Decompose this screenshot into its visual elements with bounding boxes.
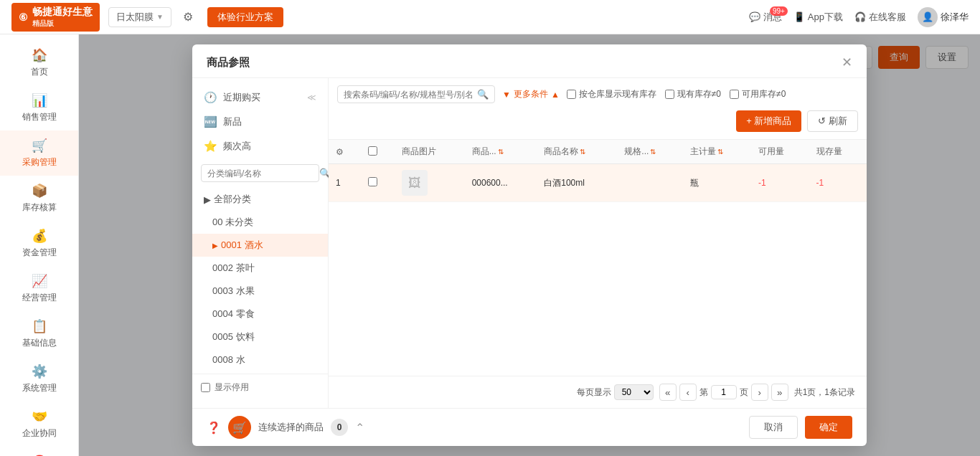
sidebar-item-guide[interactable]: 🎯 新手引导 (0, 447, 78, 456)
product-search-icon[interactable]: 🔍 (477, 89, 489, 100)
service-label: 在线客服 (869, 11, 906, 24)
page-suffix: 页 (740, 386, 748, 399)
help-icon[interactable]: ❓ (207, 421, 221, 434)
left-panel: 🕐 近期购买 ≪ 🆕 新品 ⭐ 频次高 (192, 78, 329, 408)
category-uncategorized[interactable]: 00 未分类 (192, 211, 328, 234)
sidebar-label-inventory: 库存核算 (22, 201, 57, 214)
checkbox-available[interactable]: 可用库存≠0 (730, 88, 786, 100)
select-all-checkbox[interactable] (368, 146, 377, 156)
category-fruit[interactable]: 0003 水果 (192, 280, 328, 303)
checkbox-available-label: 可用库存≠0 (742, 88, 786, 100)
td-unit: 瓶 (683, 164, 751, 202)
checkbox-warehouse-input[interactable] (567, 90, 576, 99)
first-page-button[interactable]: « (659, 384, 677, 401)
category-water[interactable]: 0008 水 (192, 348, 328, 371)
close-icon[interactable]: ✕ (842, 54, 852, 70)
category-tea[interactable]: 0002 茶叶 (192, 257, 328, 280)
show-disabled-checkbox[interactable] (201, 383, 210, 392)
collapse-arrow-icon[interactable]: ⌃ (355, 421, 364, 434)
checkbox-existing-input[interactable] (665, 90, 674, 99)
confirm-button[interactable]: 确定 (805, 416, 852, 439)
user-menu[interactable]: 👤 徐泽华 (918, 7, 969, 27)
add-product-button[interactable]: + 新增商品 (736, 110, 801, 132)
next-page-button[interactable]: › (751, 384, 768, 401)
messages-button[interactable]: 💬 消息 99+ (749, 11, 782, 24)
category-liquor-label: 0001 酒水 (221, 239, 263, 252)
cart-count: 0 (331, 419, 348, 436)
sidebar-item-business[interactable]: 📈 经营管理 (0, 266, 78, 311)
td-name: 白酒100ml (537, 164, 617, 202)
category-liquor[interactable]: ▶ 0001 酒水 (192, 234, 328, 257)
brand-selector[interactable]: 日太阳膜 ▼ (108, 7, 171, 27)
last-page-button[interactable]: » (771, 384, 788, 401)
customer-service-button[interactable]: 🎧 在线客服 (854, 11, 906, 24)
table-row[interactable]: 1 🖼 000600... 白酒100ml 瓶 (329, 164, 867, 202)
category-search[interactable]: 🔍 (201, 164, 319, 182)
collapse-icon[interactable]: ≪ (307, 92, 316, 103)
sidebar-item-inventory[interactable]: 📦 库存核算 (0, 176, 78, 221)
dialog-footer: ❓ 🛒 连续选择的商品 0 ⌃ 取消 确定 (192, 408, 867, 446)
category-all-label: 全部分类 (214, 193, 251, 206)
gear-icon[interactable]: ⚙ (183, 10, 193, 24)
sidebar-label-finance: 资金管理 (22, 247, 57, 259)
sidebar-item-basic[interactable]: 📋 基础信息 (0, 311, 78, 356)
frequent-label: 频次高 (223, 140, 251, 153)
cart-button[interactable]: 🛒 (228, 416, 251, 439)
product-search-box[interactable]: 🔍 (337, 85, 495, 103)
phone-icon: 📱 (793, 11, 805, 22)
cancel-button[interactable]: 取消 (749, 416, 798, 439)
business-icon: 📈 (32, 273, 47, 289)
active-arrow-icon: ▶ (212, 242, 218, 250)
app-download-button[interactable]: 📱 App下载 (793, 11, 843, 24)
category-drink[interactable]: 0005 饮料 (192, 326, 328, 348)
total-records: 共1页，1条记录 (794, 386, 855, 399)
message-badge: 99+ (770, 6, 788, 16)
col-checkbox (361, 140, 395, 164)
trial-button[interactable]: 体验行业方案 (207, 7, 283, 27)
col-unit: 主计量⇅ (683, 140, 751, 164)
col-settings[interactable]: ⚙ (329, 140, 361, 164)
checkbox-warehouse[interactable]: 按仓库显示现有库存 (567, 88, 656, 100)
product-search-input[interactable] (344, 90, 473, 100)
checkbox-existing-label: 现有库存≠0 (677, 88, 721, 100)
toolbar: 🔍 ▼ 更多条件 ▲ 按仓库显示现有库存 (329, 78, 867, 140)
pagination: 每页显示 50 100 200 « ‹ 第 (329, 376, 867, 408)
page-size-selector: 每页显示 50 100 200 (577, 384, 654, 400)
page-number-input[interactable] (711, 385, 737, 399)
sidebar-item-collab[interactable]: 🤝 企业协同 (0, 402, 78, 447)
sidebar-item-purchase[interactable]: 🛒 采购管理 (0, 130, 78, 176)
sidebar-item-home[interactable]: 🏠 首页 (0, 40, 78, 85)
refresh-button[interactable]: ↺ 刷新 (807, 110, 858, 132)
brand-name: 日太阳膜 (116, 11, 154, 24)
col-available: 可用量 (751, 140, 809, 164)
username: 徐泽华 (941, 11, 969, 24)
filter-button[interactable]: ▼ 更多条件 ▲ (502, 88, 560, 100)
new-product-item[interactable]: 🆕 新品 (192, 110, 328, 134)
show-disabled-label: 显示停用 (215, 381, 249, 394)
category-snack[interactable]: 0004 零食 (192, 303, 328, 326)
avatar: 👤 (918, 7, 938, 27)
row-checkbox[interactable] (368, 177, 377, 186)
category-snack-label: 0004 零食 (212, 308, 255, 320)
chevron-down-icon: ▼ (156, 13, 164, 21)
basic-icon: 📋 (32, 318, 47, 334)
category-search-input[interactable] (207, 168, 315, 179)
toolbar-right: + 新增商品 ↺ 刷新 (736, 110, 858, 132)
td-image: 🖼 (395, 164, 465, 202)
td-checkbox[interactable] (361, 164, 395, 202)
category-uncategorized-label: 00 未分类 (212, 216, 253, 229)
sidebar-item-system[interactable]: ⚙️ 系统管理 (0, 356, 78, 402)
checkbox-existing[interactable]: 现有库存≠0 (665, 88, 721, 100)
recent-purchase-item[interactable]: 🕐 近期购买 ≪ (192, 85, 328, 110)
frequent-item[interactable]: ⭐ 频次高 (192, 134, 328, 158)
filter-arrow-icon: ▲ (551, 90, 560, 100)
filter-label: 更多条件 (514, 88, 548, 100)
prev-page-button[interactable]: ‹ (679, 384, 697, 401)
per-page-select[interactable]: 50 100 200 (614, 384, 654, 400)
modal-overlay[interactable]: 商品参照 ✕ 🕐 近期购买 ≪ 🆕 (79, 34, 980, 456)
sidebar-item-sales[interactable]: 📊 销售管理 (0, 85, 78, 130)
checkbox-available-input[interactable] (730, 90, 739, 99)
sidebar-item-finance[interactable]: 💰 资金管理 (0, 221, 78, 266)
category-all[interactable]: ▶ 全部分类 (192, 188, 328, 211)
dialog-body: 🕐 近期购买 ≪ 🆕 新品 ⭐ 频次高 (192, 78, 867, 408)
